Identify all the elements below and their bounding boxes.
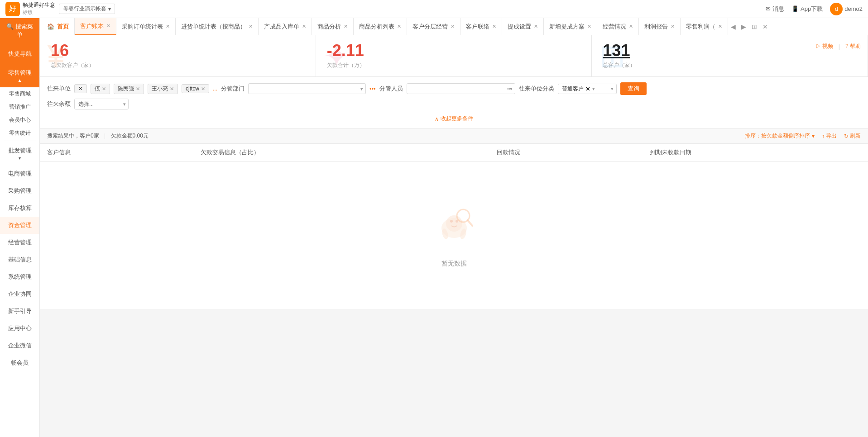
query-btn[interactable]: 查询 [620,82,647,95]
sidebar-item-business-mgmt[interactable]: 经营管理 [0,234,39,251]
tab-retail-profit[interactable]: 零售利润（ ✕ [681,18,728,35]
balance-select-wrap[interactable]: 选择... [74,99,129,109]
tab-product-analysis-list[interactable]: 商品分析列表 ✕ [354,18,407,35]
result-summary: 搜索结果中，客户0家 | 欠款金额0.00元 [47,132,149,140]
dept-more-btn[interactable]: ••• [369,86,376,92]
sidebar-item-retail-stats[interactable]: 零售统计 [0,127,39,140]
result-amount: 欠款金额0.00元 [111,133,149,139]
tab-profit-report[interactable]: 利润报告 ✕ [639,18,681,35]
sidebar-item-label: 会员中心 [9,116,31,124]
tab-customer-segment[interactable]: 客户分层经营 ✕ [407,18,460,35]
tab-purchase-order[interactable]: 采购订单统计表 ✕ [116,18,176,35]
tab-close-inbound-stats[interactable]: ✕ [249,24,253,29]
filter-tag-wang-close[interactable]: ✕ [170,86,174,92]
filter-tag-cjttcw: cjttcw ✕ [182,84,209,93]
tab-close-profit-report[interactable]: ✕ [671,24,675,29]
tab-business-status[interactable]: 经营情况 ✕ [597,18,639,35]
sidebar-divider-1 [4,141,36,141]
tab-close-business-status[interactable]: ✕ [629,24,633,29]
sidebar-item-retail-mall[interactable]: 零售商城 [0,87,39,100]
sidebar-search[interactable]: 🔍 搜索菜单 [0,18,39,43]
tabs-close-all-btn[interactable]: ✕ [760,18,771,35]
sidebar-item-ecommerce-mgmt[interactable]: 电商管理 [0,165,39,182]
help-btn[interactable]: ? 帮助 [845,43,861,50]
dept-input[interactable] [248,83,366,94]
app-download-label: App下载 [801,5,823,13]
sidebar-item-new-guide[interactable]: 新手引导 [0,303,39,320]
tab-close-purchase-order[interactable]: ✕ [166,24,170,29]
tab-close-customer-contact[interactable]: ✕ [492,24,496,29]
tab-promotion-settings[interactable]: 提成设置 ✕ [502,18,544,35]
user-name: demo2 [844,5,863,12]
sidebar-item-label: 资金管理 [8,221,32,229]
stat-credit-customers: ¥ 16 总欠款客户（家） [40,35,316,76]
sidebar-item-inventory-check[interactable]: 库存核算 [0,200,39,217]
tab-account-book[interactable]: 客户账本 ✕ [75,18,116,35]
sidebar-item-enterprise-coop[interactable]: 企业协同 [0,285,39,303]
tab-close-retail-profit[interactable]: ✕ [718,24,722,29]
sidebar-item-marketing[interactable]: 营销推广 [0,100,39,114]
tab-close-customer-segment[interactable]: ✕ [451,24,455,29]
sidebar-item-system-mgmt[interactable]: 系统管理 [0,268,39,285]
tab-close-product-analysis[interactable]: ✕ [344,24,348,29]
refresh-btn[interactable]: ↻ 刷新 [844,132,861,140]
tab-close-new-promotion-plan[interactable]: ✕ [587,24,591,29]
tab-new-promotion-plan[interactable]: 新增提成方案 ✕ [544,18,597,35]
sidebar-item-basic-info[interactable]: 基础信息 [0,251,39,268]
tab-business-status-label: 经营情况 [603,23,626,31]
filter-tag-cjttcw-close[interactable]: ✕ [201,86,205,92]
tab-close-product-analysis-list[interactable]: ✕ [397,24,401,29]
tabs-prev-btn[interactable]: ◀ [728,18,739,35]
sidebar-item-label: 基础信息 [8,256,32,264]
svg-line-5 [468,220,472,226]
sidebar-item-enterprise-wechat[interactable]: 企业微信 [0,337,39,354]
sort-btn[interactable]: 排序：按欠款金额倒序排序 ▾ [745,132,815,140]
balance-select[interactable]: 选择... [74,99,129,109]
tab-customer-contact[interactable]: 客户联络 ✕ [460,18,502,35]
filter-tag-wa-close[interactable]: ✕ [102,86,106,92]
person-select-wrap[interactable]: ••• [407,83,515,94]
col-customer-info: 客户信息 [40,144,193,162]
tab-home[interactable]: 🏠 首页 [42,18,75,35]
sidebar-item-retail-mgmt[interactable]: 零售管理 ▲ [0,64,39,87]
message-btn[interactable]: ✉ 消息 [766,5,784,13]
sidebar-item-label: 库存核算 [8,204,32,212]
sidebar-item-purchase-mgmt[interactable]: 采购管理 [0,182,39,200]
sidebar-item-wholesale-mgmt[interactable]: 批发管理 ▾ [0,142,39,165]
help-label: 帮助 [850,43,861,49]
tab-close-product-inbound[interactable]: ✕ [302,24,306,29]
sidebar-item-label: 营销推广 [9,103,31,111]
sidebar-item-quick-nav[interactable]: 快捷导航 [0,46,39,62]
person-filter-label: 分管人员 [379,85,403,93]
collapse-btn[interactable]: ∧ 收起更多条件 [47,113,861,124]
message-icon: ✉ [766,5,771,12]
stats-bar: ¥ 16 总欠款客户（家） ✦ -2.11 欠款合计（万） ⊞ 131 总客户（… [40,35,868,77]
tab-product-analysis[interactable]: 商品分析 ✕ [312,18,354,35]
filter-tag-wang: 王小亮 ✕ [148,84,178,94]
dept-select-wrap[interactable]: ▾ [248,83,366,94]
sidebar-item-label: 新手引导 [8,307,32,315]
person-input[interactable] [407,83,515,94]
user-area[interactable]: d demo2 [830,3,863,15]
tab-product-analysis-list-label: 商品分析列表 [359,23,394,31]
sidebar-item-member-center[interactable]: 会员中心 [0,114,39,127]
unit-type-tag-close[interactable]: ✕ [585,86,590,92]
filter-more-btn[interactable]: ... [213,86,217,92]
main-layout: 🔍 搜索菜单 快捷导航 零售管理 ▲ 零售商城 营销推广 会员中心 零售统计 批… [0,18,868,437]
tabs-next-btn[interactable]: ▶ [739,18,749,35]
filter-tag-wa: 佤 ✕ [91,84,110,94]
sidebar-item-fund-mgmt[interactable]: 资金管理 [0,217,39,234]
tab-close-account-book[interactable]: ✕ [106,23,110,29]
filter-tag-chen-close[interactable]: ✕ [136,86,140,92]
export-btn[interactable]: ↑ 导出 [822,132,837,140]
tab-product-inbound[interactable]: 产成品入库单 ✕ [259,18,312,35]
account-dropdown[interactable]: 母婴行业演示帐套 ▾ [59,4,115,14]
tab-inbound-stats[interactable]: 进货单统计表（按商品） ✕ [176,18,259,35]
sidebar-item-label: 经营管理 [8,238,32,247]
tabs-expand-btn[interactable]: ⊞ [749,18,760,35]
sidebar-item-member[interactable]: 畅会员 [0,354,39,371]
sidebar-item-app-center[interactable]: 应用中心 [0,320,39,337]
video-btn[interactable]: ▷ 视频 [815,43,833,50]
tab-close-promotion-settings[interactable]: ✕ [534,24,538,29]
app-download-btn[interactable]: 📱 App下载 [791,5,823,13]
